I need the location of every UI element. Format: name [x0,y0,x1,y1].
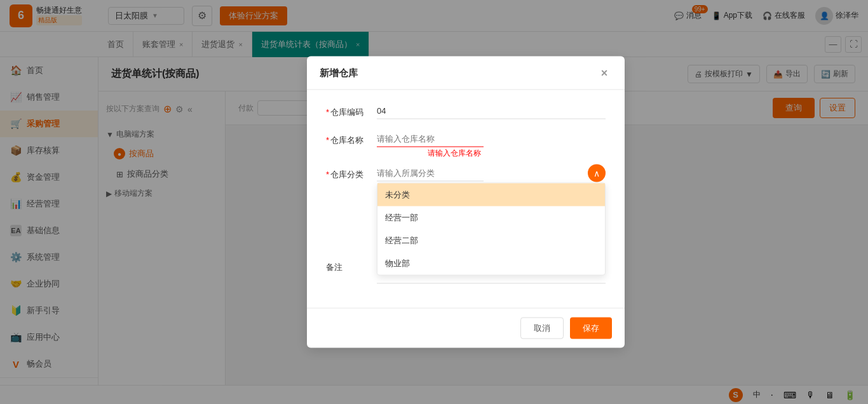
code-label: 仓库编码 [326,103,377,118]
category-input[interactable] [377,165,484,182]
category-row: 仓库分类 ∧ 未分类 经营一部 经营二部 物业部 [326,165,606,182]
name-input[interactable] [377,131,484,147]
notes-label: 备注 [326,258,377,273]
modal-title: 新增仓库 [320,67,358,79]
add-warehouse-modal: 新增仓库 × 仓库编码 仓库名称 请输入仓库名称 仓库分类 ∧ 未分类 [307,57,625,348]
modal-body: 仓库编码 仓库名称 请输入仓库名称 仓库分类 ∧ 未分类 经营一部 经营二部 [307,90,625,308]
dropdown-item-0[interactable]: 未分类 [377,184,605,206]
dropdown-item-2[interactable]: 经营二部 [377,229,605,252]
modal-footer: 取消 保存 [307,308,625,348]
name-row: 仓库名称 请输入仓库名称 [326,131,606,147]
name-error-msg: 请输入仓库名称 [428,148,481,159]
modal-header: 新增仓库 × [307,57,625,90]
save-button[interactable]: 保存 [570,318,612,339]
category-input-wrapper: ∧ 未分类 经营一部 经营二部 物业部 [377,165,606,182]
category-dropdown-list: 未分类 经营一部 经营二部 物业部 [377,183,606,276]
name-label: 仓库名称 [326,131,377,146]
category-label: 仓库分类 [326,165,377,180]
dropdown-item-3[interactable]: 物业部 [377,252,605,275]
cancel-button[interactable]: 取消 [520,318,564,339]
modal-close-btn[interactable]: × [597,65,612,81]
code-input[interactable] [377,103,606,119]
name-input-wrapper: 请输入仓库名称 [377,131,606,147]
category-dropdown-toggle[interactable]: ∧ [588,165,606,182]
code-row: 仓库编码 [326,103,606,119]
dropdown-item-1[interactable]: 经营一部 [377,206,605,229]
